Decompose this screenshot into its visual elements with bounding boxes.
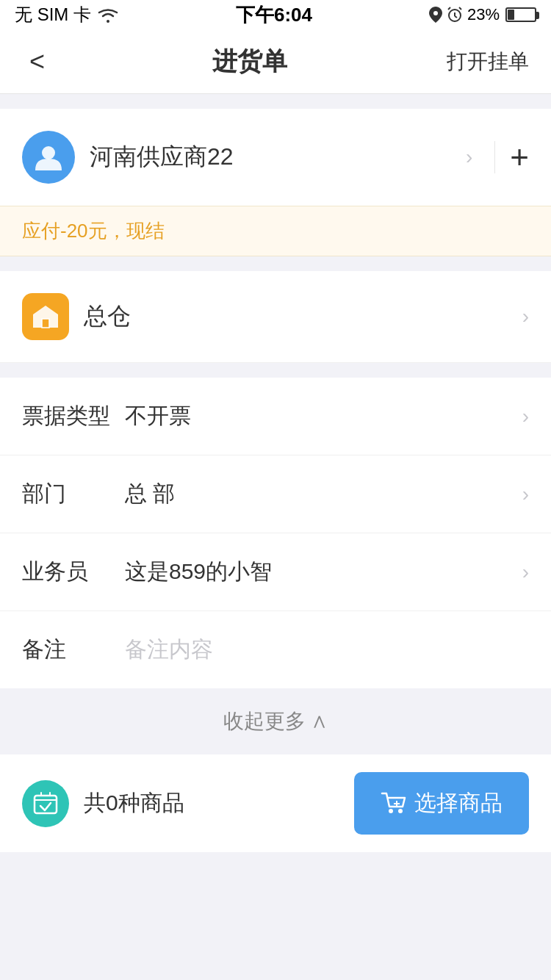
salesperson-label: 业务员: [22, 557, 125, 587]
invoice-value: 不开票: [125, 401, 522, 431]
svg-line-4: [448, 7, 450, 10]
remark-input[interactable]: 备注内容: [125, 635, 529, 665]
status-carrier: 无 SIM 卡: [15, 3, 119, 26]
warehouse-icon-wrap: [22, 293, 69, 340]
select-product-button[interactable]: 选择商品: [354, 772, 529, 835]
cart-icon: [381, 792, 407, 815]
warehouse-chevron-icon: ›: [522, 305, 529, 328]
supplier-avatar: [22, 131, 75, 184]
open-pending-button[interactable]: 打开挂单: [447, 48, 529, 76]
warehouse-name: 总仓: [84, 300, 522, 333]
battery-percent: 23%: [467, 5, 500, 24]
salesperson-row[interactable]: 业务员 这是859的小智 ›: [0, 533, 551, 611]
page-title: 进货单: [212, 45, 287, 79]
select-product-label: 选择商品: [414, 788, 503, 818]
status-time: 下午6:04: [236, 2, 312, 28]
svg-point-10: [389, 809, 393, 813]
invoice-label: 票据类型: [22, 401, 125, 431]
invoice-row[interactable]: 票据类型 不开票 ›: [0, 378, 551, 455]
svg-line-3: [455, 16, 457, 18]
supplier-name: 河南供应商22: [90, 141, 466, 173]
department-value: 总 部: [125, 479, 522, 509]
back-button[interactable]: <: [22, 39, 52, 84]
wifi-icon: [97, 7, 119, 23]
supplier-row[interactable]: 河南供应商22 › +: [0, 109, 551, 206]
department-chevron-icon: ›: [522, 483, 529, 506]
svg-point-11: [398, 809, 403, 813]
product-icon-wrap: [22, 780, 69, 827]
warehouse-section: 总仓 ›: [0, 271, 551, 363]
warehouse-icon: [32, 304, 60, 329]
svg-rect-7: [42, 319, 49, 328]
location-icon: [429, 7, 442, 23]
status-bar: 无 SIM 卡 下午6:04 23%: [0, 0, 551, 29]
warehouse-row[interactable]: 总仓 ›: [0, 271, 551, 363]
status-right: 23%: [429, 5, 536, 24]
carrier-text: 无 SIM 卡: [15, 3, 91, 26]
salesperson-chevron-icon: ›: [522, 561, 529, 584]
nav-bar: < 进货单 打开挂单: [0, 29, 551, 94]
add-supplier-button[interactable]: +: [494, 141, 529, 173]
battery-icon: [505, 7, 536, 22]
invoice-chevron-icon: ›: [522, 405, 529, 428]
svg-point-6: [42, 146, 55, 159]
department-label: 部门: [22, 479, 125, 509]
salesperson-value: 这是859的小智: [125, 557, 522, 587]
remark-row[interactable]: 备注 备注内容: [0, 611, 551, 688]
gray-fill-area: [0, 852, 551, 980]
product-count: 共0种商品: [84, 788, 339, 818]
supplier-notice: 应付-20元，现结: [0, 206, 551, 256]
supplier-section: 河南供应商22 › + 应付-20元，现结: [0, 109, 551, 256]
collapse-label: 收起更多 ∧: [223, 710, 328, 732]
svg-point-0: [433, 11, 438, 15]
collapse-bar[interactable]: 收起更多 ∧: [0, 688, 551, 754]
alarm-icon: [447, 7, 463, 23]
svg-line-5: [459, 7, 461, 10]
product-icon: [32, 790, 60, 818]
department-row[interactable]: 部门 总 部 ›: [0, 455, 551, 533]
remark-label: 备注: [22, 635, 125, 665]
person-icon: [34, 143, 63, 172]
section-divider-1: [0, 94, 551, 109]
bottom-section: 共0种商品 选择商品: [0, 754, 551, 852]
form-section: 票据类型 不开票 › 部门 总 部 › 业务员 这是859的小智 › 备注 备注…: [0, 378, 551, 688]
supplier-chevron-icon: ›: [466, 145, 472, 169]
